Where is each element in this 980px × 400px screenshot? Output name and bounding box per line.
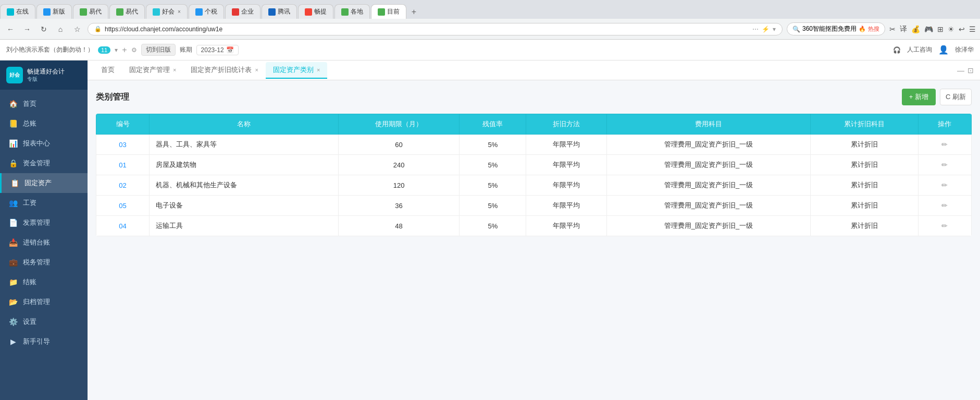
browser-tab-10[interactable]: 目前 — [371, 4, 406, 19]
sidebar-label-fixed-assets: 固定资产 — [24, 178, 52, 188]
browser-tab-3[interactable]: 易代 — [109, 4, 145, 19]
url-expand-icon[interactable]: ⚡ — [762, 26, 770, 33]
cell-action-2: ✏ — [918, 175, 971, 196]
tab-fixed-assets-mgmt-label: 固定资产管理 — [129, 65, 170, 75]
grid-icon: ⊞ — [937, 25, 944, 33]
tab-icon-7 — [268, 8, 276, 16]
scissors-icon: ✂ — [889, 25, 896, 33]
sidebar-logo: 好会 畅捷通好会计 专版 — [0, 60, 88, 90]
search-icon: 🔍 — [792, 26, 800, 33]
url-menu-icon[interactable]: ⋯ — [752, 26, 759, 33]
sidebar-item-ledger[interactable]: 📒 总账 — [0, 114, 88, 134]
maximize-icon[interactable]: ⊡ — [967, 66, 974, 75]
cell-accumulated-2: 累计折旧 — [811, 175, 918, 196]
edit-button-2[interactable]: ✏ — [941, 181, 948, 189]
cell-name-4: 运输工具 — [150, 216, 339, 236]
sidebar-item-settings[interactable]: ⚙️ 设置 — [0, 312, 88, 332]
tab-icon-2 — [80, 8, 87, 16]
sidebar-item-closing[interactable]: 📁 结账 — [0, 272, 88, 292]
archive-icon: 📂 — [8, 297, 18, 307]
new-tab-button[interactable]: + — [407, 5, 420, 19]
browser-tab-4[interactable]: 好会 × — [146, 4, 188, 19]
table-header-row: 编号 名称 使用期限（月） 残值率 折旧方法 费用科目 累计折旧科目 操作 — [96, 114, 972, 135]
service-label[interactable]: 人工咨询 — [907, 45, 932, 54]
browser-tab-0[interactable]: 在线 — [0, 4, 35, 19]
calendar-icon[interactable]: 📅 — [226, 46, 234, 54]
edit-button-3[interactable]: ✏ — [941, 201, 948, 210]
tab-depreciation-table-close[interactable]: × — [255, 67, 258, 73]
browser-tab-9[interactable]: 各地 — [334, 4, 370, 19]
cell-months-3: 36 — [338, 196, 459, 216]
browser-tab-4-close[interactable]: × — [178, 9, 181, 15]
browser-tab-6[interactable]: 企业 — [225, 4, 260, 19]
cell-expense-1: 管理费用_固定资产折旧_一级 — [606, 155, 811, 175]
settings-icon[interactable]: ⚙ — [131, 46, 137, 54]
tab-home[interactable]: 首页 — [94, 62, 122, 79]
sidebar-item-guide[interactable]: ▶ 新手引导 — [0, 332, 88, 351]
browser-tab-7[interactable]: 腾讯 — [262, 4, 297, 19]
tab-bar: 在线 新版 易代 易代 好会 × 个税 企业 腾讯 — [0, 0, 980, 19]
purchases-icon: 📥 — [8, 238, 18, 247]
sidebar: 好会 畅捷通好会计 专版 🏠 首页 📒 总账 📊 报表中心 — [0, 60, 88, 400]
tab-asset-category-close[interactable]: × — [317, 67, 320, 73]
dropdown-icon[interactable]: ▾ — [115, 46, 118, 54]
tab-icon-1 — [43, 8, 51, 16]
add-company-icon[interactable]: + — [122, 45, 127, 55]
reload-button[interactable]: ↻ — [38, 23, 50, 35]
tab-icon-3 — [116, 8, 123, 16]
category-table: 编号 名称 使用期限（月） 残值率 折旧方法 费用科目 累计折旧科目 操作 03… — [96, 114, 972, 236]
new-button[interactable]: + 新增 — [902, 89, 936, 105]
sidebar-item-archive[interactable]: 📂 归档管理 — [0, 292, 88, 312]
url-bar[interactable]: 🔒 https://cloud.chanjet.com/accounting/u… — [88, 23, 783, 35]
switch-version-button[interactable]: 切到旧版 — [141, 44, 176, 56]
page-title: 类别管理 — [96, 92, 129, 103]
tab-fixed-assets-mgmt[interactable]: 固定资产管理 × — [122, 62, 183, 79]
sidebar-item-reports[interactable]: 📊 报表中心 — [0, 134, 88, 153]
col-action: 操作 — [918, 114, 971, 135]
cell-expense-3: 管理费用_固定资产折旧_一级 — [606, 196, 811, 216]
sidebar-item-fixed-assets[interactable]: 📋 固定资产 — [0, 173, 88, 193]
edit-button-4[interactable]: ✏ — [941, 222, 948, 230]
sidebar-item-payroll[interactable]: 👥 工资 — [0, 193, 88, 213]
sidebar-item-funds[interactable]: 🔒 资金管理 — [0, 153, 88, 173]
sidebar-label-purchases: 进销台账 — [23, 238, 50, 247]
sidebar-item-invoice[interactable]: 📄 发票管理 — [0, 213, 88, 233]
minimize-icon[interactable]: — — [957, 66, 964, 75]
menu-icon[interactable]: ☰ — [969, 25, 976, 33]
row-code-2[interactable]: 02 — [119, 181, 126, 189]
row-code-4[interactable]: 04 — [119, 222, 126, 230]
sidebar-label-closing: 结账 — [23, 277, 36, 287]
row-code-0[interactable]: 03 — [119, 141, 126, 149]
tab-icon-6 — [232, 8, 239, 16]
sidebar-item-home[interactable]: 🏠 首页 — [0, 94, 88, 114]
cell-method-4: 年限平均 — [526, 216, 606, 236]
bookmark-button[interactable]: ☆ — [71, 23, 83, 35]
search-box[interactable]: 🔍 360智能抠图免费用 🔥 热搜 — [787, 22, 885, 35]
tab-asset-category[interactable]: 固定资产类别 × — [266, 62, 327, 79]
row-code-1[interactable]: 01 — [119, 161, 126, 169]
sidebar-label-reports: 报表中心 — [23, 139, 50, 148]
cell-accumulated-0: 累计折旧 — [811, 135, 918, 155]
home-button[interactable]: ⌂ — [54, 23, 67, 35]
back-button[interactable]: ← — [4, 23, 17, 35]
translate-icon: 译 — [900, 25, 907, 34]
browser-tab-5[interactable]: 个税 — [189, 4, 224, 19]
url-dropdown-icon[interactable]: ▾ — [773, 26, 776, 33]
user-name: 徐泽华 — [955, 45, 974, 54]
tab-fixed-assets-mgmt-close[interactable]: × — [173, 67, 176, 73]
cell-accumulated-4: 累计折旧 — [811, 216, 918, 236]
sidebar-label-guide: 新手引导 — [23, 337, 50, 346]
browser-tab-1[interactable]: 新版 — [36, 4, 72, 19]
ssl-icon: 🔒 — [94, 26, 102, 32]
row-code-3[interactable]: 05 — [119, 202, 126, 210]
tab-depreciation-table[interactable]: 固定资产折旧统计表 × — [183, 62, 265, 79]
refresh-button[interactable]: C 刷新 — [940, 89, 972, 105]
forward-button[interactable]: → — [21, 23, 33, 35]
cell-months-0: 60 — [338, 135, 459, 155]
sidebar-item-purchases[interactable]: 📥 进销台账 — [0, 233, 88, 252]
browser-tab-8[interactable]: 畅提 — [298, 4, 333, 19]
browser-tab-2[interactable]: 易代 — [73, 4, 108, 19]
sidebar-item-tax[interactable]: 💼 税务管理 — [0, 252, 88, 272]
edit-button-0[interactable]: ✏ — [941, 140, 948, 149]
edit-button-1[interactable]: ✏ — [941, 161, 948, 169]
